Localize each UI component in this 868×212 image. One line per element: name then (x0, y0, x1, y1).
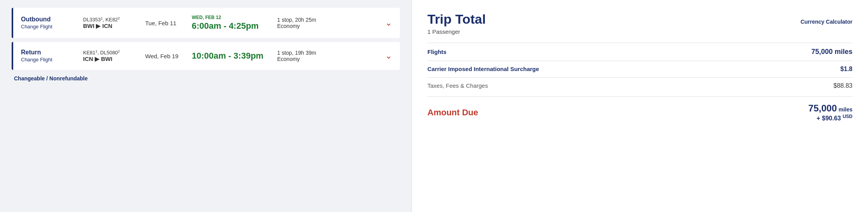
return-time: 10:00am - 3:39pm (192, 51, 277, 61)
return-change-flight-link[interactable]: Change Flight (21, 57, 52, 63)
outbound-route: BWI ▶ ICN (83, 23, 145, 30)
left-panel: Outbound Change Flight DL33531, KE822 BW… (0, 0, 411, 212)
amount-due-miles-unit: miles (838, 106, 852, 113)
return-route: ICN ▶ BWI (83, 56, 145, 63)
amount-due-miles: 75,000 miles (808, 103, 852, 114)
amount-due-value: 75,000 miles + $90.63 USD (808, 103, 852, 122)
surcharge-cost-row: Carrier Imposed International Surcharge … (427, 61, 852, 77)
amount-due-label: Amount Due (427, 108, 478, 118)
outbound-date: Tue, Feb 11 (145, 20, 192, 26)
return-expand-icon[interactable]: ⌄ (385, 51, 392, 61)
flights-value: 75,000 miles (811, 48, 852, 56)
amount-due-usd: + $90.63 USD (808, 114, 852, 122)
trip-total-header: Trip Total Currency Calculator (427, 12, 852, 27)
flights-cost-row: Flights 75,000 miles (427, 43, 852, 61)
changeable-note: Changeable / Nonrefundable (12, 75, 400, 82)
taxes-cost-row: Taxes, Fees & Charges $88.83 (427, 77, 852, 94)
outbound-stops: 1 stop, 20h 25m Economy (277, 17, 339, 29)
return-info-left: Return Change Flight (21, 49, 83, 63)
return-flight-numbers: KE811, DL50802 (83, 49, 145, 56)
outbound-change-flight-link[interactable]: Change Flight (21, 24, 52, 30)
surcharge-label: Carrier Imposed International Surcharge (427, 66, 539, 72)
taxes-value: $88.83 (833, 82, 852, 89)
surcharge-value: $1.8 (840, 66, 852, 73)
return-date: Wed, Feb 19 (145, 53, 192, 59)
flights-label: Flights (427, 49, 446, 55)
trip-total-title: Trip Total (427, 12, 486, 27)
right-panel: Trip Total Currency Calculator 1 Passeng… (411, 0, 868, 212)
outbound-info-left: Outbound Change Flight (21, 16, 83, 30)
taxes-label: Taxes, Fees & Charges (427, 82, 488, 89)
amount-due-row: Amount Due 75,000 miles + $90.63 USD (427, 96, 852, 128)
outbound-expand-icon[interactable]: ⌄ (385, 18, 392, 28)
return-codes: KE811, DL50802 ICN ▶ BWI (83, 49, 145, 63)
return-label: Return (21, 49, 83, 56)
outbound-flight-card: Outbound Change Flight DL33531, KE822 BW… (12, 8, 400, 38)
currency-calculator-link[interactable]: Currency Calculator (800, 19, 852, 25)
outbound-time: WED, FEB 12 6:00am - 4:25pm (192, 15, 277, 31)
outbound-codes: DL33531, KE822 BWI ▶ ICN (83, 16, 145, 30)
outbound-time-label: WED, FEB 12 (192, 15, 277, 20)
outbound-flight-numbers: DL33531, KE822 (83, 16, 145, 23)
return-flight-card: Return Change Flight KE811, DL50802 ICN … (12, 42, 400, 70)
return-stops: 1 stop, 19h 39m Economy (277, 50, 339, 62)
outbound-label: Outbound (21, 16, 83, 23)
passenger-count: 1 Passenger (427, 28, 852, 35)
